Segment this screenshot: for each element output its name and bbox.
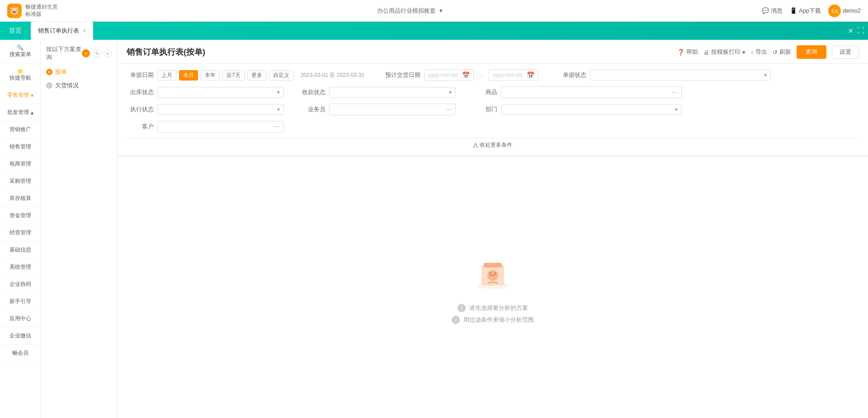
recv-status-select[interactable]: ▾ [329, 87, 456, 98]
sidebar-search[interactable]: 🔍 搜索菜单 [0, 40, 40, 63]
empty-hint-2: 2 用过滤条件来缩小分析范围 [452, 316, 534, 324]
tab-active[interactable]: 销售订单执行表 × [31, 22, 93, 40]
edit-scheme-btn[interactable]: ✎ [93, 49, 101, 57]
refresh-btn[interactable]: ↺ 刷新 [773, 48, 791, 56]
user-menu[interactable]: Ea demo2 [828, 5, 861, 17]
refresh-icon: ↺ [773, 49, 778, 56]
sidebar-item-purchase[interactable]: 采购管理 [0, 173, 40, 190]
collapse-chevron-icon: ⋀ [473, 142, 478, 148]
collapse-btn[interactable]: ⋀ 收起更多条件 [127, 138, 859, 150]
sidebar-item-ecommerce[interactable]: 电商管理 [0, 156, 40, 173]
sidebar-item-newuser[interactable]: 新手引导 [0, 293, 40, 310]
out-status-select[interactable]: ▾ [157, 87, 284, 98]
sidebar-item-appcenter[interactable]: 应用中心 [0, 310, 40, 328]
message-btn[interactable]: 💬 消息 [762, 7, 783, 15]
svg-rect-2 [484, 263, 502, 267]
chevron-icon: ▾ [31, 92, 33, 99]
filter-out-status: 出库状态 ▾ [127, 87, 284, 98]
filter-customer: 客户 ··· [127, 121, 284, 133]
print-chevron-icon: ▾ [742, 49, 745, 56]
window-maximize-icon[interactable]: ⛶ [857, 27, 864, 35]
sidebar-item-sales[interactable]: 销售管理 [0, 138, 40, 156]
customer-more-icon[interactable]: ··· [274, 123, 280, 130]
date-shortcuts-row: 上月 本月 本年 近7天 更多 自定义 [157, 70, 293, 81]
salesperson-label: 业务员 [298, 105, 326, 114]
help-icon: ❓ [677, 49, 684, 56]
top-header: 🐷 畅捷通好生意 标准版 办公用品行业模拟账套 ▾ 💬 消息 📱 App下载 E… [0, 0, 868, 22]
status-chevron-icon: ▾ [764, 72, 767, 78]
filter-row-1: 单据日期 上月 本月 本年 近7天 更多 自定义 2023-03-01 至 20… [127, 69, 859, 81]
status-select[interactable]: ▾ [590, 70, 771, 81]
filter-dept: 部门 ▾ [470, 104, 859, 115]
left-panel-actions: + ✎ « [82, 49, 112, 57]
scheme-item-shortage[interactable]: ○ 欠货情况 [41, 79, 117, 92]
dept-select[interactable]: ▾ [501, 104, 682, 115]
exec-status-label: 执行状态 [127, 105, 154, 114]
filter-row-3: 执行状态 ▾ 业务员 ··· [127, 104, 859, 115]
out-status-label: 出库状态 [127, 88, 154, 96]
help-btn[interactable]: ❓ 帮助 [677, 48, 698, 56]
filter-row-2: 出库状态 ▾ 收款状态 ▾ [127, 86, 859, 98]
sidebar-item-basic[interactable]: 基础信息 [0, 242, 40, 259]
print-btn[interactable]: 🖨 按模板打印 ▾ [703, 48, 745, 56]
add-scheme-btn[interactable]: + [82, 49, 90, 57]
calendar-end-icon: 📅 [527, 71, 534, 79]
date-btn-lastmonth[interactable]: 上月 [157, 70, 176, 81]
salesperson-select[interactable]: ··· [329, 104, 456, 115]
exec-status-select[interactable]: ▾ [157, 104, 284, 115]
exec-status-chevron-icon: ▾ [277, 106, 280, 113]
sidebar-item-finance[interactable]: 资金管理 [0, 207, 40, 224]
filter-date-item: 单据日期 上月 本月 本年 近7天 更多 自定义 2023-03-01 至 20… [127, 70, 364, 81]
expected-date-label: 预计交货日期 [385, 71, 420, 79]
sidebar-item-collab[interactable]: 企业协同 [0, 276, 40, 293]
tab-home[interactable]: 首页 [0, 22, 31, 40]
window-close-icon[interactable]: ✕ [848, 27, 854, 35]
search-btn[interactable]: 查询 [797, 45, 826, 59]
sidebar-quick-nav[interactable]: ⭐ 快捷导航 [0, 63, 40, 87]
star-icon: ⭐ [17, 68, 24, 74]
date-btn-thismonth[interactable]: 本月 [179, 70, 198, 81]
dept-label: 部门 [470, 105, 497, 114]
goods-more-icon[interactable]: ··· [672, 89, 678, 96]
filter-status: 单据状态 ▾ [559, 70, 859, 81]
salesperson-more-icon[interactable]: ··· [446, 106, 452, 113]
sidebar-item-wechat[interactable]: 企业微信 [0, 328, 40, 345]
search-icon: 🔍 [17, 44, 24, 51]
expected-date-start[interactable]: yyyy-mm-dd 📅 [424, 69, 474, 81]
sidebar-item-inventory[interactable]: 库存核算 [0, 190, 40, 207]
customer-select[interactable]: ··· [157, 121, 284, 133]
chevron-icon: ▴ [31, 109, 33, 116]
sidebar-item-retail[interactable]: 零售管理 ▾ [0, 87, 40, 104]
app-selector[interactable]: 办公用品行业模拟账套 ▾ [377, 7, 443, 15]
goods-select[interactable]: ··· [501, 86, 682, 98]
status-label: 单据状态 [559, 71, 586, 79]
expected-date-end[interactable]: yyyy-mm-dd 📅 [489, 69, 538, 81]
collapse-panel-btn[interactable]: « [104, 49, 112, 57]
app-download-btn[interactable]: 📱 App下载 [790, 7, 821, 15]
sidebar-item-member[interactable]: 畅会员 [0, 345, 40, 362]
page-title: 销售订单执行表(按单) [127, 47, 205, 57]
sidebar-item-system[interactable]: 系统管理 [0, 259, 40, 276]
logo-area: 🐷 畅捷通好生意 标准版 [7, 4, 58, 18]
empty-hint-1: 1 请先选择要分析的方案 [458, 304, 528, 312]
scheme-item-by-order[interactable]: ● 按单 [41, 65, 117, 79]
right-panel: 销售订单执行表(按单) ❓ 帮助 🖨 按模板打印 ▾ [118, 40, 868, 418]
date-btn-custom[interactable]: 自定义 [269, 70, 293, 81]
page-title-row: 销售订单执行表(按单) ❓ 帮助 🖨 按模板打印 ▾ [127, 45, 859, 63]
print-icon: 🖨 [703, 49, 709, 56]
sidebar-item-wholesale[interactable]: 批发管理 ▴ [0, 104, 40, 121]
tab-close-icon[interactable]: × [83, 28, 86, 34]
left-panel-header: 按以下方案查询 + ✎ « [41, 45, 117, 65]
svg-point-5 [494, 272, 496, 274]
empty-state: 1 请先选择要分析的方案 2 用过滤条件来缩小分析范围 [118, 157, 868, 418]
date-btn-7days[interactable]: 近7天 [222, 70, 245, 81]
empty-illustration [470, 252, 515, 297]
date-btn-thisyear[interactable]: 本年 [201, 70, 220, 81]
date-label: 单据日期 [127, 71, 154, 79]
export-btn[interactable]: ↑ 导出 [751, 48, 768, 56]
date-btn-more[interactable]: 更多 [247, 70, 266, 81]
sidebar-item-operations[interactable]: 经营管理 [0, 224, 40, 242]
content-inner: 按以下方案查询 + ✎ « ● 按单 ○ 欠货情况 [41, 40, 868, 418]
settings-btn[interactable]: 设置 [832, 45, 859, 59]
sidebar-item-marketing[interactable]: 营销推广 [0, 121, 40, 138]
